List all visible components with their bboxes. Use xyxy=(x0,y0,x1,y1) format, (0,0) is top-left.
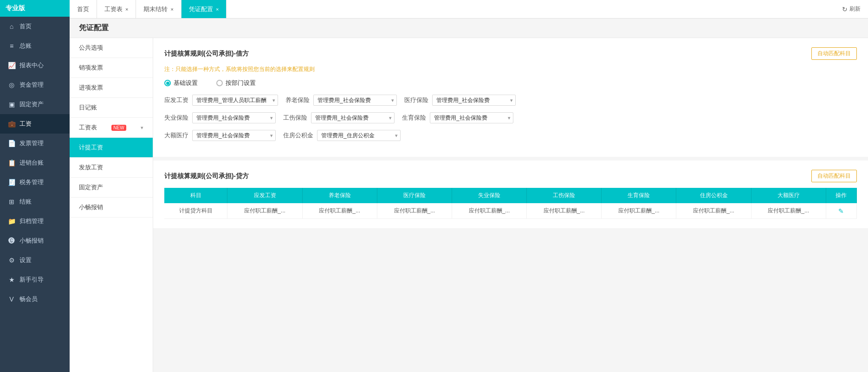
guide-icon: ★ xyxy=(7,276,16,283)
debit-auto-match-button[interactable]: 自动匹配科目 xyxy=(811,47,857,60)
invoices-icon: 📄 xyxy=(7,140,16,147)
salary-icon: 💼 xyxy=(7,120,16,128)
refresh-button[interactable]: ↻ 刷新 xyxy=(835,5,868,13)
subnav-xiaochang-reimbursement[interactable]: 小畅报销 xyxy=(70,198,153,218)
sidebar-item-settings[interactable]: ⚙ 设置 xyxy=(0,250,70,270)
select-wrapper-sybx2: 管理费用_社会保险费 xyxy=(430,112,513,123)
topbar: 首页 工资表 × 期末结转 × 凭证配置 × ↻ 刷新 xyxy=(70,0,868,19)
sidebar-item-trade[interactable]: 📋 进销台账 xyxy=(0,153,70,173)
sidebar-item-tax[interactable]: 🧾 税务管理 xyxy=(0,173,70,192)
subnav-purchase-invoice[interactable]: 进项发票 xyxy=(70,78,153,98)
field-sybx2: 生育保险 管理费用_社会保险费 xyxy=(402,112,513,123)
td-ylbx2: 应付职工薪酬_... xyxy=(377,203,452,219)
debit-form-row-2: 失业保险 管理费用_社会保险费 工伤保险 管理费用_社会保险费 xyxy=(164,112,857,123)
select-wrapper-yfgz: 管理费用_管理人员职工薪酬 xyxy=(192,95,278,106)
select-zfgjj[interactable]: 管理费用_住房公积金 xyxy=(317,130,401,141)
subnav-fixed-assets[interactable]: 固定资产 xyxy=(70,178,153,198)
field-zfgjj: 住房公积金 管理费用_住房公积金 xyxy=(283,130,401,141)
field-ylbx2: 医疗保险 管理费用_社会保险费 xyxy=(404,95,516,106)
sidebar-item-xiaochang[interactable]: 🅒 小畅报销 xyxy=(0,231,70,250)
archive-icon: 📁 xyxy=(7,218,16,225)
credit-section: 计提核算规则(公司承担)-贷方 自动匹配科目 科目 应发工资 养老保险 医疗保险… xyxy=(153,160,868,232)
tab-salary-close-icon[interactable]: × xyxy=(125,6,128,12)
subnav-salary-table[interactable]: 工资表 NEW ▾ xyxy=(70,118,153,138)
tab-salary-table[interactable]: 工资表 × xyxy=(97,0,136,18)
th-gsbx: 工伤保险 xyxy=(527,188,602,203)
sidebar-item-label: 固定资产 xyxy=(19,100,44,109)
select-ylbx[interactable]: 管理费用_社会保险费 xyxy=(313,95,397,106)
sidebar-item-home[interactable]: ⌂ 首页 xyxy=(0,17,70,36)
sidebar-item-vip[interactable]: V 畅会员 xyxy=(0,289,70,309)
tab-voucher-close-icon[interactable]: × xyxy=(216,6,219,12)
th-action: 操作 xyxy=(826,188,856,203)
debit-form-row-3: 大额医疗 管理费用_社会保险费 住房公积金 管理费用_住房公积金 xyxy=(164,130,857,141)
settings-icon: ⚙ xyxy=(7,257,16,264)
label-ylbx2: 医疗保险 xyxy=(404,96,428,104)
select-deyl[interactable]: 管理费用_社会保险费 xyxy=(192,130,276,141)
sidebar-item-label: 首页 xyxy=(19,22,32,31)
subnav-public[interactable]: 公共选项 xyxy=(70,38,153,58)
select-wrapper-deyl: 管理费用_社会保险费 xyxy=(192,130,276,141)
sidebar-item-invoices[interactable]: 📄 发票管理 xyxy=(0,134,70,153)
sidebar-item-label: 发票管理 xyxy=(19,139,44,148)
select-wrapper-ylbx: 管理费用_社会保险费 xyxy=(313,95,397,106)
tab-home-label: 首页 xyxy=(77,5,89,13)
subnav-pay-salary[interactable]: 发放工资 xyxy=(70,158,153,178)
debit-radio-group: 基础设置 按部门设置 xyxy=(164,79,857,87)
ledger-icon: ≡ xyxy=(7,42,16,50)
sidebar-item-close[interactable]: ⊞ 结账 xyxy=(0,192,70,212)
select-sybx[interactable]: 管理费用_社会保险费 xyxy=(192,112,276,123)
sidebar-item-assets[interactable]: ▣ 固定资产 xyxy=(0,95,70,114)
refresh-icon: ↻ xyxy=(842,6,848,13)
subnav-jiti-salary[interactable]: 计提工资 xyxy=(70,138,153,158)
home-icon: ⌂ xyxy=(7,23,16,30)
sidebar-item-label: 进销台账 xyxy=(19,159,44,167)
subnav-journal[interactable]: 日记账 xyxy=(70,98,153,118)
tax-icon: 🧾 xyxy=(7,179,16,186)
tab-period-close[interactable]: 期末结转 × xyxy=(136,0,181,18)
td-action[interactable]: ✎ xyxy=(826,203,856,219)
sidebar-item-ledger[interactable]: ≡ 总账 xyxy=(0,36,70,56)
tab-period-close-icon[interactable]: × xyxy=(170,6,173,12)
main-area: 首页 工资表 × 期末结转 × 凭证配置 × ↻ 刷新 凭证配置 公共选项 xyxy=(70,0,868,372)
td-deyl: 应付职工薪酬_... xyxy=(751,203,826,219)
sidebar-item-salary[interactable]: 💼 工资 xyxy=(0,114,70,134)
debit-form-row-1: 应发工资 管理费用_管理人员职工薪酬 养老保险 管理费用_社会保险费 xyxy=(164,95,857,106)
sidebar-item-reports[interactable]: 📈 报表中心 xyxy=(0,56,70,75)
select-sybx2[interactable]: 管理费用_社会保险费 xyxy=(430,112,513,123)
td-subject: 计提贷方科目 xyxy=(164,203,227,219)
sidebar-item-funds[interactable]: ◎ 资金管理 xyxy=(0,75,70,95)
td-gsbx: 应付职工薪酬_... xyxy=(527,203,602,219)
sidebar-item-guide[interactable]: ★ 新手引导 xyxy=(0,270,70,289)
tab-period-label: 期末结转 xyxy=(143,5,168,13)
select-yfgz[interactable]: 管理费用_管理人员职工薪酬 xyxy=(192,95,278,106)
refresh-label: 刷新 xyxy=(849,5,861,13)
label-sybx: 失业保险 xyxy=(164,114,188,122)
content-area: 计提核算规则(公司承担)-借方 自动匹配科目 注：只能选择一种方式，系统将按照您… xyxy=(153,38,868,372)
td-zfgjj: 应付职工薪酬_... xyxy=(676,203,751,219)
label-deyl: 大额医疗 xyxy=(164,131,188,140)
tab-voucher-config[interactable]: 凭证配置 × xyxy=(181,0,227,18)
credit-auto-match-button[interactable]: 自动匹配科目 xyxy=(811,170,857,182)
subnav-sales-invoice[interactable]: 销项发票 xyxy=(70,58,153,78)
select-gsbx[interactable]: 管理费用_社会保险费 xyxy=(311,112,395,123)
tab-home[interactable]: 首页 xyxy=(70,0,97,18)
edit-icon[interactable]: ✎ xyxy=(838,207,844,215)
radio-department-circle xyxy=(216,80,223,86)
sidebar-item-archive[interactable]: 📁 归档管理 xyxy=(0,212,70,231)
trade-icon: 📋 xyxy=(7,159,16,167)
select-wrapper-sybx: 管理费用_社会保险费 xyxy=(192,112,276,123)
radio-basic[interactable]: 基础设置 xyxy=(164,79,198,87)
debit-notice: 注：只能选择一种方式，系统将按照您当前的选择来配置规则 xyxy=(164,65,857,73)
th-yfgz: 应发工资 xyxy=(227,188,302,203)
field-gsbx: 工伤保险 管理费用_社会保险费 xyxy=(283,112,395,123)
sidebar-item-label: 归档管理 xyxy=(19,217,44,225)
debit-section-header: 计提核算规则(公司承担)-借方 自动匹配科目 xyxy=(164,47,857,60)
select-wrapper-ylbx2: 管理费用_社会保险费 xyxy=(432,95,516,106)
field-deyl: 大额医疗 管理费用_社会保险费 xyxy=(164,130,276,141)
page-title: 凭证配置 xyxy=(79,23,109,33)
select-ylbx2[interactable]: 管理费用_社会保险费 xyxy=(432,95,516,106)
credit-table: 科目 应发工资 养老保险 医疗保险 失业保险 工伤保险 生育保险 住房公积金 大… xyxy=(164,188,857,219)
radio-basic-label: 基础设置 xyxy=(174,79,198,87)
radio-department[interactable]: 按部门设置 xyxy=(216,79,256,87)
